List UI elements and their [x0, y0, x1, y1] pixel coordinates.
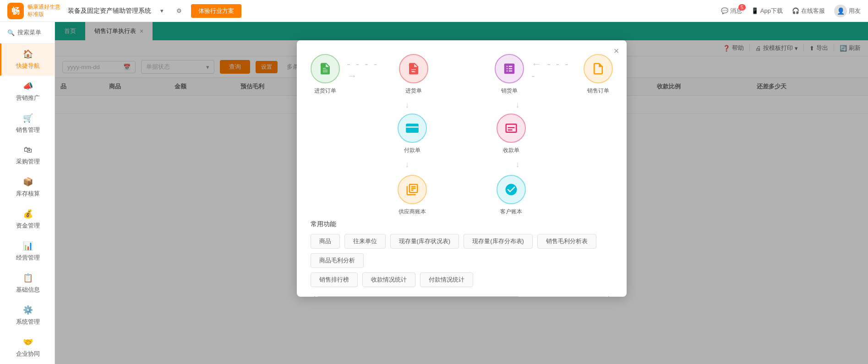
system-title: 装备及固定资产辅助管理系统	[68, 7, 151, 15]
arrow-h2: ← - - - -	[531, 58, 576, 82]
sidebar-item-label: 快捷导航	[16, 62, 40, 70]
payment-circle	[398, 114, 427, 143]
system-icon: ⚙️	[23, 305, 33, 315]
arrow-down1: ↓	[405, 100, 409, 110]
system-dropdown-btn[interactable]: ▾	[157, 5, 167, 16]
sidebar-item-basic-info[interactable]: 📋 基础信息	[0, 267, 55, 299]
sidebar-item-sales[interactable]: 🛒 销售管理	[0, 108, 55, 140]
sidebar-item-label: 销售管理	[16, 126, 40, 134]
app-download-btn[interactable]: 📱 App下载	[751, 7, 783, 15]
purchase-icon: 🛍	[24, 145, 32, 155]
common-functions-buttons-2: 销售排行榜 收款情况统计 付款情况统计	[311, 272, 613, 287]
service-icon: 🎧	[792, 7, 799, 14]
purchase-bill-label: 进货单	[405, 87, 422, 95]
sales-order-circle	[584, 54, 613, 83]
flow-node-supplier-account: 供应商账本	[398, 175, 427, 216]
sidebar-item-finance[interactable]: 💰 资金管理	[0, 203, 55, 235]
purchase-order-label: 进货订单	[314, 87, 336, 95]
sidebar-item-quick-nav[interactable]: 🏠 快捷导航	[0, 43, 55, 76]
search-menu-btn[interactable]: 🔍 搜索菜单	[4, 26, 51, 39]
supplier-account-label: 供应商账本	[399, 208, 426, 216]
sidebar-item-label: 基础信息	[16, 286, 40, 294]
common-functions-buttons: 商品 往来单位 现存量(库存状况表) 现存量(库存分布表) 销售毛利分析表 商品…	[311, 234, 613, 268]
search-icon: 🔍	[7, 29, 15, 36]
sidebar-item-label: 营销推广	[16, 94, 40, 102]
cf-btn-sales-gross[interactable]: 销售毛利分析表	[537, 234, 596, 249]
scroll-left-btn[interactable]: ◀	[311, 294, 315, 297]
sidebar-item-purchase[interactable]: 🛍 采购管理	[0, 140, 55, 171]
message-icon: 💬	[721, 7, 728, 14]
cf-btn-sales-rank[interactable]: 销售排行榜	[311, 272, 358, 287]
cf-btn-receipt-stats[interactable]: 收款情况统计	[362, 272, 415, 287]
scroll-right-btn[interactable]: ▶	[608, 294, 613, 297]
flow-node-purchase-bill: 进货单	[399, 54, 428, 95]
flow-modal: × 进货订单	[297, 40, 627, 297]
operations-icon: 📊	[23, 241, 33, 251]
sidebar-item-label: 资金管理	[16, 222, 40, 230]
flow-node-customer-account: 客户账本	[497, 175, 526, 216]
flow-node-receipt: 收款单	[497, 114, 526, 154]
message-badge: 5	[738, 4, 746, 11]
try-industry-btn[interactable]: 体验行业方案	[191, 4, 241, 18]
sidebar: 🔍 搜索菜单 🏠 快捷导航 📣 营销推广 🛒 销售管理 🛍 采购管理	[0, 22, 55, 364]
customer-account-circle	[497, 175, 526, 204]
arrow-down3: ↓	[405, 160, 409, 169]
receipt-circle	[497, 114, 526, 143]
app-logo: 畅	[7, 3, 24, 19]
common-functions: 常用功能 商品 往来单位 现存量(库存状况表) 现存量(库存分布表) 销售毛利分…	[311, 220, 613, 287]
scroll-thumb	[317, 296, 519, 297]
content-area: 首页 销售订单执行表 × ❓ 帮助 🖨 按模板打印 ▾	[55, 22, 868, 364]
sales-order-label: 销售订单	[587, 87, 609, 95]
purchase-bill-circle	[399, 54, 428, 83]
home-icon: 🏠	[23, 49, 33, 59]
cf-btn-stock-status[interactable]: 现存量(库存状况表)	[390, 234, 459, 249]
sidebar-item-operations[interactable]: 📊 经营管理	[0, 235, 55, 267]
avatar: 👤	[834, 5, 847, 17]
receipt-label: 收款单	[503, 147, 519, 154]
sales-bill-circle	[495, 54, 524, 83]
sidebar-search[interactable]: 🔍 搜索菜单	[0, 22, 55, 43]
cf-btn-stock-dist[interactable]: 现存量(库存分布表)	[464, 234, 533, 249]
basic-info-icon: 📋	[23, 273, 33, 283]
sidebar-item-label: 采购管理	[16, 158, 40, 166]
sales-icon: 🛒	[23, 113, 33, 123]
sidebar-item-system[interactable]: ⚙️ 系统管理	[0, 299, 55, 331]
download-icon: 📱	[751, 7, 759, 14]
sidebar-item-inventory[interactable]: 📦 库存核算	[0, 171, 55, 203]
marketing-icon: 📣	[23, 81, 33, 91]
sidebar-item-label: 经营管理	[16, 254, 40, 262]
message-btn[interactable]: 💬 消息 5	[721, 7, 742, 15]
common-functions-title: 常用功能	[311, 220, 613, 228]
sidebar-item-label: 库存核算	[16, 190, 40, 198]
arrow-down4: ↓	[516, 160, 520, 169]
settings-btn[interactable]: ⚙	[173, 5, 186, 16]
cf-btn-product-gross[interactable]: 商品毛利分析	[311, 253, 364, 268]
supplier-account-circle	[398, 175, 427, 204]
sidebar-item-label: 企业协同	[16, 350, 40, 358]
cf-btn-payment-stats[interactable]: 付款情况统计	[420, 272, 473, 287]
online-service-btn[interactable]: 🎧 在线客服	[792, 7, 825, 15]
modal-scrollbar[interactable]: ◀ ▶	[311, 294, 613, 297]
payment-label: 付款单	[404, 147, 420, 154]
sidebar-item-marketing[interactable]: 📣 营销推广	[0, 76, 55, 108]
arrow-down2: ↓	[516, 100, 520, 110]
customer-account-label: 客户账本	[500, 208, 522, 216]
sidebar-item-cooperation[interactable]: 🤝 企业协同	[0, 331, 55, 364]
flow-node-payment: 付款单	[398, 114, 427, 154]
purchase-order-circle	[311, 54, 340, 83]
finance-icon: 💰	[23, 209, 33, 219]
scroll-track	[317, 296, 606, 297]
user-menu[interactable]: 👤 用友	[834, 5, 861, 17]
modal-overlay[interactable]: × 进货订单	[55, 22, 868, 364]
modal-close-btn[interactable]: ×	[614, 46, 619, 56]
flow-node-sales-bill: 销货单	[495, 54, 524, 95]
cooperation-icon: 🤝	[23, 337, 33, 347]
flow-node-sales-order: 销售订单	[584, 54, 613, 95]
cf-btn-product[interactable]: 商品	[311, 234, 340, 249]
cf-btn-counterparty[interactable]: 往来单位	[344, 234, 386, 249]
svg-rect-0	[406, 124, 419, 133]
arrow-h1: - - - - →	[347, 58, 392, 82]
flow-node-purchase-order: 进货订单	[311, 54, 340, 95]
logo-text: 畅康通好生意 标准版	[27, 4, 60, 18]
inventory-icon: 📦	[23, 177, 33, 187]
